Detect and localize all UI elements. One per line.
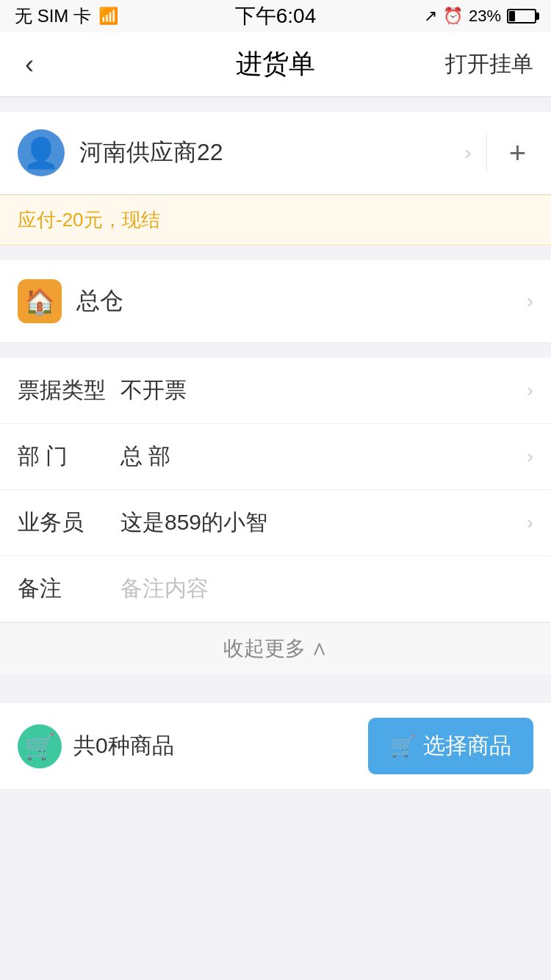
department-chevron-icon: › (527, 445, 533, 468)
add-supplier-button[interactable]: + (502, 137, 533, 170)
remark-label: 备注 (18, 574, 120, 604)
section-gap-3 (0, 343, 551, 358)
status-time: 下午6:04 (235, 2, 317, 30)
salesperson-label: 业务员 (18, 508, 120, 538)
alarm-icon: ⏰ (443, 7, 463, 26)
select-product-label: 选择商品 (423, 731, 511, 761)
product-count-text: 共0种商品 (73, 731, 368, 761)
collapse-row[interactable]: 收起更多 ∧ (0, 622, 551, 674)
section-gap-4 (0, 674, 551, 688)
remark-row[interactable]: 备注 备注内容 (0, 556, 551, 622)
page-bg-fill (0, 789, 551, 980)
salesperson-chevron-icon: › (527, 511, 533, 534)
product-bar: 🛒 共0种商品 🛒 选择商品 (0, 703, 551, 789)
back-button[interactable]: ‹ (18, 42, 41, 87)
carrier-text: 无 SIM 卡 (15, 4, 91, 28)
open-pending-button[interactable]: 打开挂单 (445, 49, 533, 79)
collapse-label: 收起更多 ∧ (223, 635, 328, 663)
wifi-icon: 📶 (98, 7, 118, 26)
supplier-chevron-icon: › (464, 141, 471, 165)
invoice-type-label: 票据类型 (18, 375, 120, 406)
supplier-name: 河南供应商22 (79, 137, 464, 169)
select-product-cart-icon: 🛒 (390, 734, 416, 758)
warehouse-section: 🏠 总仓 › (0, 260, 551, 343)
nav-bar: ‹ 进货单 打开挂单 (0, 32, 551, 97)
notice-text: 应付-20元，现结 (18, 209, 160, 231)
department-row[interactable]: 部 门 总 部 › (0, 424, 551, 490)
supplier-avatar: 👤 (18, 129, 65, 176)
page-title: 进货单 (236, 46, 315, 82)
form-section: 票据类型 不开票 › 部 门 总 部 › 业务员 这是859的小智 › 备注 备… (0, 358, 551, 622)
salesperson-value: 这是859的小智 (120, 508, 527, 538)
location-icon: ↗ (424, 7, 437, 26)
product-icon-wrap: 🛒 (18, 724, 62, 768)
invoice-type-value: 不开票 (120, 375, 527, 406)
status-right: ↗ ⏰ 23% (424, 7, 536, 26)
status-left: 无 SIM 卡 📶 (15, 4, 118, 28)
divider-vertical (486, 134, 487, 171)
battery-icon (507, 9, 536, 24)
supplier-section: 👤 河南供应商22 › + 应付-20元，现结 (0, 112, 551, 245)
section-gap-2 (0, 245, 551, 260)
remark-input[interactable]: 备注内容 (120, 574, 533, 604)
select-product-button[interactable]: 🛒 选择商品 (368, 718, 533, 774)
section-gap-1 (0, 97, 551, 112)
invoice-type-row[interactable]: 票据类型 不开票 › (0, 358, 551, 424)
warehouse-row[interactable]: 🏠 总仓 › (0, 260, 551, 343)
notice-banner: 应付-20元，现结 (0, 195, 551, 245)
warehouse-chevron-icon: › (527, 289, 533, 313)
warehouse-icon-wrap: 🏠 (18, 279, 62, 323)
status-bar: 无 SIM 卡 📶 下午6:04 ↗ ⏰ 23% (0, 0, 551, 32)
department-label: 部 门 (18, 442, 120, 472)
invoice-type-chevron-icon: › (527, 379, 533, 402)
battery-percentage: 23% (469, 7, 501, 26)
department-value: 总 部 (120, 442, 527, 472)
salesperson-row[interactable]: 业务员 这是859的小智 › (0, 490, 551, 556)
warehouse-name: 总仓 (76, 285, 527, 317)
supplier-row[interactable]: 👤 河南供应商22 › + (0, 112, 551, 195)
